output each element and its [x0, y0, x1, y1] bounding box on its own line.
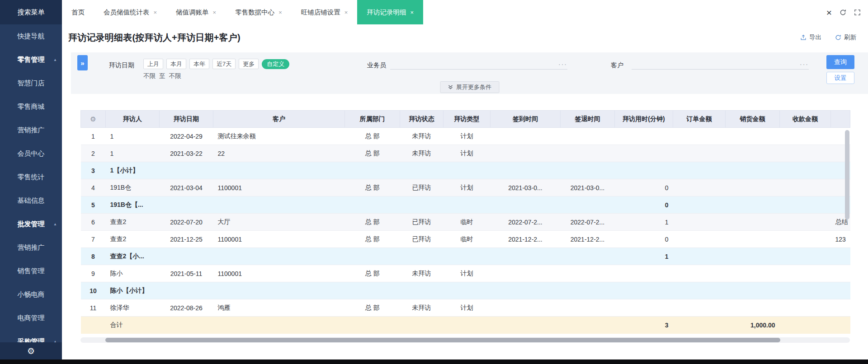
- tab-close-icon[interactable]: ×: [344, 9, 348, 16]
- column-header[interactable]: 客户: [213, 111, 345, 128]
- sidebar-item[interactable]: 基础信息: [0, 189, 62, 212]
- quick-range-button[interactable]: 更多: [239, 59, 259, 69]
- customer-picker-ellipsis[interactable]: ···: [800, 59, 809, 69]
- sidebar-item[interactable]: 营销推广: [0, 236, 62, 259]
- table-cell: 2021-03-0...: [561, 179, 615, 196]
- column-header[interactable]: 订单金额: [673, 111, 726, 128]
- tab-item[interactable]: 首页: [62, 0, 94, 24]
- row-number-cell: 4: [81, 179, 106, 196]
- tab-close-icon[interactable]: ×: [410, 9, 414, 16]
- vertical-scrollbar[interactable]: [845, 130, 849, 219]
- table-cell: [561, 265, 615, 282]
- table-row[interactable]: 11徐泽华2022-08-26鸿雁总 部未拜访计划: [81, 299, 850, 317]
- table-cell: 计划: [443, 299, 491, 317]
- table-cell: [160, 282, 213, 299]
- sidebar-search-menu[interactable]: 搜索菜单: [0, 0, 62, 24]
- column-header[interactable]: 签退时间: [561, 111, 615, 128]
- quick-range-button[interactable]: 本月: [166, 59, 186, 69]
- close-all-icon[interactable]: ×: [826, 8, 832, 17]
- table-total-row[interactable]: 合计31,000.00: [81, 317, 850, 334]
- table-subtotal-row[interactable]: 8查查2【小...1: [81, 248, 850, 265]
- column-header[interactable]: 拜访日期: [160, 111, 213, 128]
- row-number-cell: 2: [81, 145, 106, 162]
- sidebar-item[interactable]: 零售管理▲: [0, 48, 62, 71]
- sidebar-item[interactable]: 智慧门店: [0, 71, 62, 95]
- column-header[interactable]: 拜访状态: [400, 111, 443, 128]
- table-subtotal-row[interactable]: 10陈小【小计】: [81, 282, 850, 299]
- table-row[interactable]: 212021-03-2222总 部未拜访计划: [81, 145, 850, 162]
- table-cell: 1100001: [213, 179, 345, 196]
- tab-close-icon[interactable]: ×: [278, 9, 282, 16]
- expand-more-conditions-button[interactable]: 展开更多条件: [440, 81, 499, 93]
- horizontal-scrollbar-thumb[interactable]: [105, 338, 780, 342]
- sidebar-item[interactable]: 小畅电商: [0, 283, 62, 306]
- customer-input[interactable]: [632, 58, 800, 69]
- table-cell: [491, 128, 561, 145]
- quick-range-button[interactable]: 本年: [189, 59, 209, 69]
- table-cell: [443, 282, 491, 299]
- table-row[interactable]: 6查查22022-07-20大厅总 部已拜访临时2022-07-2...2022…: [81, 214, 850, 231]
- sidebar-nav: 快捷导航零售管理▲智慧门店零售商城营销推广会员中心零售统计基础信息批发管理▲营销…: [0, 24, 62, 342]
- column-header[interactable]: 拜访人: [106, 111, 160, 128]
- tab-item[interactable]: 会员储值统计表×: [94, 0, 166, 24]
- sidebar-item-label: 快捷导航: [18, 32, 45, 41]
- table-row[interactable]: 7查查22021-12-251100001总 部已拜访临时2021-12-2..…: [81, 231, 850, 248]
- query-button[interactable]: 查询: [826, 55, 854, 69]
- table-row[interactable]: 9陈小2021-05-111100001总 部未拜访计划: [81, 265, 850, 282]
- tab-item[interactable]: 零售数据中心×: [226, 0, 292, 24]
- tab-close-icon[interactable]: ×: [213, 9, 217, 16]
- table-cell: [213, 248, 345, 265]
- sidebar-item[interactable]: 采购管理▲: [0, 330, 62, 342]
- table-cell: 大厅: [213, 214, 345, 231]
- column-header[interactable]: [831, 111, 850, 128]
- table-cell: [160, 317, 213, 334]
- table-subtotal-row[interactable]: 5191B仓【...0: [81, 196, 850, 214]
- table-row[interactable]: 112022-04-29测试往来余额总 部未拜访计划: [81, 128, 850, 145]
- export-button[interactable]: 导出: [800, 33, 821, 42]
- column-header[interactable]: 签到时间: [491, 111, 561, 128]
- collapse-filter-button[interactable]: »: [77, 55, 88, 70]
- row-number-cell: [81, 317, 106, 334]
- tab-active[interactable]: 拜访记录明细×: [357, 0, 423, 24]
- sidebar-item[interactable]: 零售统计: [0, 165, 62, 189]
- sidebar-settings-button[interactable]: ⚙: [0, 342, 62, 359]
- table-cell: [213, 162, 345, 179]
- column-header[interactable]: 拜访用时(分钟): [615, 111, 673, 128]
- sidebar-item-label: 零售统计: [18, 173, 45, 182]
- refresh-button[interactable]: 刷新: [835, 33, 856, 42]
- column-header[interactable]: 拜访类型: [443, 111, 491, 128]
- table-row[interactable]: 4191B仓2021-03-041100001总 部已拜访计划2021-03-0…: [81, 179, 850, 196]
- sidebar-item[interactable]: 批发管理▲: [0, 212, 62, 236]
- column-settings-header[interactable]: ⚙: [81, 111, 106, 128]
- sidebar-item[interactable]: 会员中心: [0, 142, 62, 165]
- fullscreen-icon[interactable]: [854, 9, 861, 16]
- refresh-tab-icon[interactable]: [840, 9, 846, 16]
- quick-range-button[interactable]: 近7天: [212, 59, 236, 69]
- column-header[interactable]: 销货金额: [726, 111, 780, 128]
- range-to[interactable]: 不限: [169, 72, 181, 80]
- horizontal-scrollbar-track[interactable]: [80, 337, 850, 343]
- custom-range-button[interactable]: 自定义: [262, 59, 289, 69]
- range-from[interactable]: 不限: [143, 72, 156, 80]
- sidebar-item[interactable]: 快捷导航: [0, 24, 62, 48]
- tab-close-icon[interactable]: ×: [154, 9, 157, 16]
- tab-item[interactable]: 旺铺店铺设置×: [292, 0, 358, 24]
- tab-label: 拜访记录明细: [367, 8, 406, 17]
- table-cell: 2022-07-20: [160, 214, 213, 231]
- salesman-input[interactable]: [390, 58, 558, 69]
- table-cell: [780, 299, 831, 317]
- sidebar-item[interactable]: 营销推广: [0, 118, 62, 142]
- sidebar-item[interactable]: 销售管理: [0, 259, 62, 283]
- tab-item[interactable]: 储值调账单×: [166, 0, 226, 24]
- settings-button[interactable]: 设置: [826, 72, 854, 84]
- sidebar-item[interactable]: 电商管理: [0, 306, 62, 330]
- row-number-cell: 8: [81, 248, 106, 265]
- sidebar-item[interactable]: 零售商城: [0, 95, 62, 118]
- table-cell: 22: [213, 145, 345, 162]
- table-subtotal-row[interactable]: 31【小计】: [81, 162, 850, 179]
- table-cell: [673, 248, 726, 265]
- salesman-picker-ellipsis[interactable]: ···: [558, 59, 567, 69]
- column-header[interactable]: 收款金额: [780, 111, 831, 128]
- quick-range-button[interactable]: 上月: [143, 59, 163, 69]
- column-header[interactable]: 所属部门: [345, 111, 400, 128]
